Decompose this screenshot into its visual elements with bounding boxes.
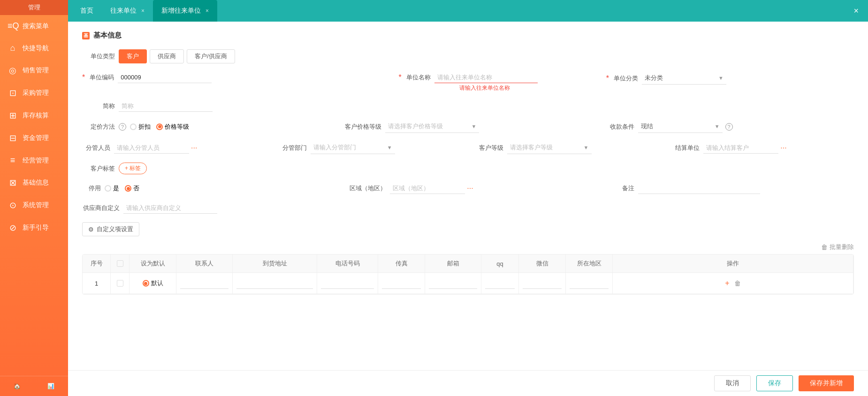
customer-price-level-select[interactable]: 请选择客户价格等级 ▼ xyxy=(385,120,479,133)
cell-address[interactable] xyxy=(233,273,317,294)
unit-category-value: 未分类 xyxy=(645,74,716,82)
manager-more[interactable]: ··· xyxy=(191,144,197,152)
region-input[interactable] xyxy=(390,183,465,194)
th-check[interactable] xyxy=(111,255,129,272)
tab-new-counterpart[interactable]: 新增往来单位 × xyxy=(153,0,217,22)
manager-input[interactable] xyxy=(114,142,189,154)
address-input[interactable] xyxy=(236,278,313,289)
payment-terms-select[interactable]: 现结 ▼ xyxy=(638,120,723,133)
customer-price-level-arrow: ▼ xyxy=(471,124,476,129)
save-button[interactable]: 保存 xyxy=(756,375,793,391)
sidebar-item-purchase[interactable]: ⊡ 采购管理 xyxy=(0,82,68,104)
short-name-input[interactable] xyxy=(119,101,213,112)
sidebar-item-operations[interactable]: ≡ 经营管理 xyxy=(0,149,68,171)
sidebar-item-finance[interactable]: ⊟ 资金管理 xyxy=(0,127,68,149)
sidebar-bottom-home[interactable]: 🏠 xyxy=(0,380,34,392)
default-radio[interactable]: 默认 xyxy=(143,279,163,287)
unit-name-input[interactable] xyxy=(434,72,538,83)
cell-email[interactable] xyxy=(425,273,481,294)
cell-phone[interactable] xyxy=(317,273,378,294)
cancel-button[interactable]: 取消 xyxy=(714,375,751,391)
cell-check[interactable] xyxy=(111,273,129,294)
unit-code-input[interactable] xyxy=(118,72,212,83)
radio-no[interactable]: 否 xyxy=(125,184,139,193)
th-fax: 传真 xyxy=(378,255,425,272)
unit-btn-supplier[interactable]: 供应商 xyxy=(150,49,184,63)
payment-terms-value: 现结 xyxy=(641,122,713,131)
add-row-icon[interactable]: + xyxy=(725,279,729,287)
guide-icon: ⊘ xyxy=(8,223,18,233)
department-arrow: ▼ xyxy=(387,145,392,150)
settlement-unit-input[interactable] xyxy=(703,142,778,154)
sidebar-item-sales[interactable]: ◎ 销售管理 xyxy=(0,59,68,82)
contact-input[interactable] xyxy=(180,278,228,289)
disabled-row: 停用 是 否 区域（地区） ··· xyxy=(82,183,854,194)
batch-delete-label[interactable]: 批量删除 xyxy=(830,243,854,251)
sidebar-item-system[interactable]: ⊙ 系统管理 xyxy=(0,194,68,217)
sidebar-bottom-stats[interactable]: 📊 xyxy=(34,380,69,392)
cell-wechat[interactable] xyxy=(519,273,566,294)
delete-row-icon[interactable]: 🗑 xyxy=(734,280,741,287)
section-icon: 基 xyxy=(82,32,90,39)
radio-price-level-circle xyxy=(156,124,163,130)
table-row: 1 默认 xyxy=(83,273,853,294)
radio-discount[interactable]: 折扣 xyxy=(130,123,151,131)
tab-home[interactable]: 首页 xyxy=(72,0,102,22)
unit-btn-both[interactable]: 客户/供应商 xyxy=(187,49,235,63)
unit-category-required: * xyxy=(606,74,609,83)
fax-input[interactable] xyxy=(382,278,421,289)
phone-input[interactable] xyxy=(321,278,374,289)
sidebar-item-quicknav[interactable]: ⌂ 快捷导航 xyxy=(0,37,68,59)
cell-qq[interactable] xyxy=(481,273,519,294)
settlement-unit-more[interactable]: ··· xyxy=(780,144,786,152)
header-checkbox[interactable] xyxy=(117,260,123,267)
department-select[interactable]: 请输入分管部门 ▼ xyxy=(311,141,395,154)
radio-yes[interactable]: 是 xyxy=(105,184,119,193)
custom-settings-button[interactable]: ⚙ 自定义项设置 xyxy=(82,222,139,236)
finance-icon: ⊟ xyxy=(8,133,18,143)
short-name-row: 简称 xyxy=(82,101,854,112)
sidebar-item-label: 基础信息 xyxy=(23,179,49,187)
add-tag-button[interactable]: + 标签 xyxy=(119,163,147,174)
pricing-row: 定价方法 ? 折扣 价格等级 客户价格等级 xyxy=(82,120,854,133)
tab-counterpart[interactable]: 往来单位 × xyxy=(102,0,153,22)
sidebar-item-basicinfo[interactable]: ⊠ 基础信息 xyxy=(0,171,68,194)
radio-price-level[interactable]: 价格等级 xyxy=(156,123,189,131)
radio-discount-label: 折扣 xyxy=(138,123,151,131)
region-input-table[interactable] xyxy=(570,278,609,289)
tab-new-counterpart-close[interactable]: × xyxy=(206,8,209,14)
customer-level-select[interactable]: 请选择客户等级 ▼ xyxy=(507,141,592,154)
cell-fax[interactable] xyxy=(378,273,425,294)
supplier-custom-input[interactable] xyxy=(123,202,217,214)
cell-default[interactable]: 默认 xyxy=(129,273,176,294)
unit-btn-customer[interactable]: 客户 xyxy=(119,49,147,63)
cell-contact[interactable] xyxy=(176,273,233,294)
pricing-method-help[interactable]: ? xyxy=(119,123,126,131)
sidebar-bottom: 🏠 📊 xyxy=(0,376,68,396)
email-input[interactable] xyxy=(429,278,477,289)
tab-bar-close-all[interactable]: × xyxy=(848,6,864,16)
remark-input[interactable] xyxy=(638,183,760,194)
unit-code-label: 单位编码 xyxy=(86,73,114,82)
payment-terms-arrow: ▼ xyxy=(715,124,720,129)
sidebar-item-label: 系统管理 xyxy=(23,201,49,210)
payment-terms-group: 收款条件 现结 ▼ ? xyxy=(606,120,854,133)
region-more[interactable]: ··· xyxy=(467,184,473,193)
qq-input[interactable] xyxy=(485,278,515,289)
sidebar-item-label: 快捷导航 xyxy=(23,44,49,53)
tab-counterpart-close[interactable]: × xyxy=(141,8,145,14)
wechat-input[interactable] xyxy=(523,278,562,289)
sidebar-item-inventory[interactable]: ⊞ 库存核算 xyxy=(0,104,68,127)
cell-region[interactable] xyxy=(566,273,613,294)
sidebar-item-search[interactable]: ≡Q 搜索菜单 xyxy=(0,15,68,37)
sidebar-item-guide[interactable]: ⊘ 新手引导 xyxy=(0,217,68,239)
th-action: 操作 xyxy=(613,255,853,272)
row-checkbox[interactable] xyxy=(117,280,123,287)
radio-yes-circle xyxy=(105,185,111,192)
save-and-new-button[interactable]: 保存并新增 xyxy=(799,375,854,391)
radio-no-circle xyxy=(125,185,131,192)
customer-tag-row: 客户标签 + 标签 xyxy=(82,163,854,174)
payment-terms-help[interactable]: ? xyxy=(725,123,733,131)
unit-category-select[interactable]: 未分类 ▼ xyxy=(642,72,726,85)
unit-info-row: * 单位编码 * 单位名称 请输入往来单位名称 * 单位分类 xyxy=(82,72,854,92)
